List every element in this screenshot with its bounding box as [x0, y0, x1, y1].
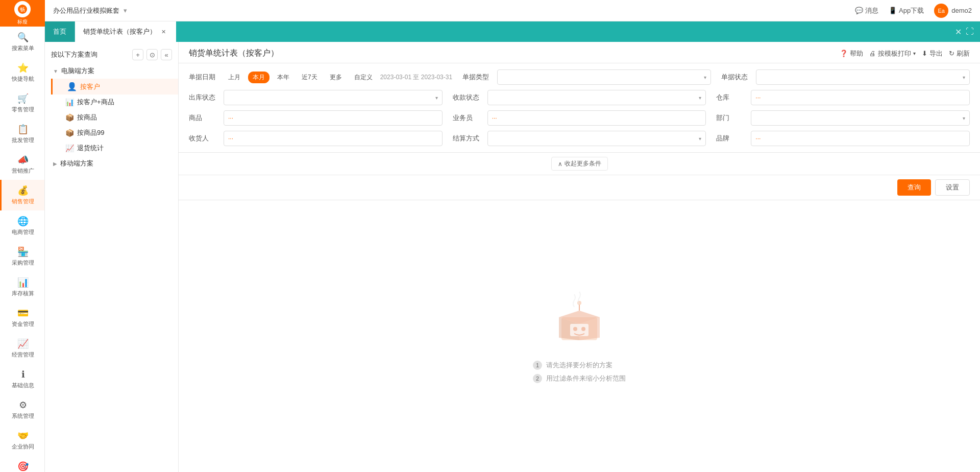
- tab-home[interactable]: 首页: [45, 21, 75, 42]
- app-download-btn[interactable]: 📱 App下载: [889, 6, 924, 15]
- onboarding-icon: 🎯: [17, 461, 29, 472]
- order-status-select[interactable]: ▾: [756, 69, 970, 85]
- ecommerce-label: 电商管理: [12, 228, 34, 236]
- order-status-label: 单据状态: [721, 73, 752, 82]
- date-btn-this-year[interactable]: 本年: [273, 72, 294, 83]
- page-header: 销货单统计表（按客户） ❓ 帮助 🖨 按模板打印 ▾ ⬇ 导出: [179, 42, 980, 63]
- order-type-select[interactable]: ▾: [497, 69, 711, 85]
- brand-select[interactable]: ···: [751, 131, 970, 146]
- sidebar-item-retail[interactable]: 🛒 零售管理: [0, 88, 44, 119]
- date-btn-more[interactable]: 更多: [325, 72, 347, 83]
- sidebar-item-onboarding[interactable]: 🎯 新手引导: [0, 456, 44, 472]
- tab-close-icon[interactable]: ✕: [159, 28, 167, 36]
- sidebar-item-finance[interactable]: 💳 资金管理: [0, 302, 44, 333]
- query-button[interactable]: 查询: [897, 179, 931, 196]
- date-btn-last-month[interactable]: 上月: [224, 72, 245, 83]
- tree-mobile[interactable]: ▶ 移动端方案: [45, 156, 178, 171]
- breadcrumb-dropdown-icon[interactable]: ▾: [124, 7, 127, 14]
- print-label: 按模板打印: [878, 49, 911, 58]
- settings-circle-icon: ⊙: [150, 51, 155, 59]
- inventory-label: 库存核算: [12, 290, 34, 297]
- salesperson-select[interactable]: ···: [487, 110, 706, 126]
- tree-item-product[interactable]: 📦 按商品: [51, 110, 178, 125]
- out-status-label: 出库状态: [189, 93, 219, 102]
- purchase-icon: 🏪: [17, 246, 29, 257]
- add-scheme-btn[interactable]: +: [132, 49, 143, 60]
- print-btn[interactable]: 🖨 按模板打印 ▾: [869, 49, 916, 58]
- sales-icon: 💰: [17, 185, 29, 196]
- app-logo: 畅 标瘦: [0, 0, 45, 27]
- sidebar-item-operations[interactable]: 📈 经营管理: [0, 333, 44, 364]
- sidebar-item-ecommerce[interactable]: 🌐 电商管理: [0, 210, 44, 241]
- brand-label: 品牌: [716, 134, 747, 143]
- collapse-arrows-icon: «: [164, 51, 168, 59]
- collapse-panel-btn[interactable]: «: [161, 49, 172, 60]
- right-main: 销货单统计表（按客户） ❓ 帮助 🖨 按模板打印 ▾ ⬇ 导出: [179, 42, 980, 472]
- filter-area: 单据日期 上月 本月 本年 近7天 更多 自定义 2023-03-01 至 20…: [179, 63, 980, 153]
- tab-home-label: 首页: [53, 27, 66, 36]
- collapse-more-btn[interactable]: ∧ 收起更多条件: [551, 157, 608, 171]
- hint-text-1: 请先选择要分析的方案: [546, 361, 612, 370]
- settings-button[interactable]: 设置: [935, 179, 970, 196]
- receipt-status-select[interactable]: ▾: [487, 90, 706, 105]
- export-btn[interactable]: ⬇ 导出: [922, 49, 943, 58]
- tree-desktop[interactable]: ▼ 电脑端方案: [45, 63, 178, 79]
- empty-illustration: [549, 289, 610, 350]
- help-btn[interactable]: ❓ 帮助: [840, 49, 863, 58]
- department-label: 部门: [716, 113, 747, 123]
- download-icon: 📱: [889, 7, 897, 14]
- user-profile[interactable]: Ea demo2: [934, 4, 972, 18]
- order-type-label: 单据类型: [462, 73, 493, 82]
- window-close-icon[interactable]: ✕: [955, 27, 962, 37]
- username: demo2: [951, 7, 972, 14]
- tree-item-by-customer[interactable]: 👤 按客户: [51, 79, 178, 95]
- filter-date: 单据日期 上月 本月 本年 近7天 更多 自定义 2023-03-01 至 20…: [189, 72, 452, 83]
- sidebar-item-quick-nav[interactable]: ⭐ 快捷导航: [0, 57, 44, 88]
- sidebar-item-search-menu[interactable]: 🔍 搜索菜单: [0, 27, 44, 57]
- tree-item-customer-product[interactable]: 📊 按客户+商品: [51, 95, 178, 110]
- window-maximize-icon[interactable]: ⛶: [966, 27, 974, 36]
- product-select[interactable]: ···: [224, 110, 443, 126]
- marketing-label: 营销推广: [12, 167, 34, 175]
- sidebar-nav: 🔍 搜索菜单 ⭐ 快捷导航 🛒 零售管理 📋 批发管理 📣 营销推广 💰 销售管…: [0, 27, 44, 472]
- page-title: 销货单统计表（按客户）: [189, 48, 279, 59]
- filter-row-4: 收货人 ··· 结算方式 ▾ 品牌: [189, 131, 970, 146]
- sidebar-item-sales[interactable]: 💰 销售管理: [0, 180, 44, 210]
- sidebar-item-inventory[interactable]: 📊 库存核算: [0, 272, 44, 302]
- sidebar-item-purchase[interactable]: 🏪 采购管理: [0, 241, 44, 272]
- collapse-row: ∧ 收起更多条件: [179, 153, 980, 175]
- sidebar-item-wholesale[interactable]: 📋 批发管理: [0, 119, 44, 149]
- out-status-select[interactable]: ▾: [224, 90, 443, 105]
- message-btn[interactable]: 💬 消息: [855, 6, 878, 15]
- help-icon: ❓: [840, 50, 848, 57]
- date-btn-custom[interactable]: 自定义: [350, 72, 377, 83]
- receipt-status-label: 收款状态: [453, 93, 483, 102]
- tab-sales-report[interactable]: 销货单统计表（按客户） ✕: [75, 21, 176, 42]
- sidebar-item-basic[interactable]: ℹ 基础信息: [0, 364, 44, 394]
- sidebar-item-marketing[interactable]: 📣 营销推广: [0, 149, 44, 180]
- receipt-status-arrow-icon: ▾: [699, 95, 701, 101]
- scheme-settings-btn[interactable]: ⊙: [146, 49, 158, 60]
- refresh-btn[interactable]: ↻ 刷新: [949, 49, 970, 58]
- tree-item-product-99[interactable]: 📦 按商品99: [51, 125, 178, 140]
- sidebar-item-enterprise[interactable]: 🤝 企业协同: [0, 425, 44, 456]
- main-area: 办公用品行业模拟账套 ▾ 💬 消息 📱 App下载 Ea demo2 首页: [45, 0, 980, 472]
- tab-bar-actions: ✕ ⛶: [955, 27, 980, 37]
- left-panel: 按以下方案查询 + ⊙ « ▼ 电脑端方案: [45, 42, 179, 472]
- payment-arrow-icon: ▾: [699, 136, 701, 141]
- hint-text-2: 用过滤条件来缩小分析范围: [546, 374, 626, 383]
- payment-select[interactable]: ▾: [487, 131, 706, 146]
- tree-item-return-stats[interactable]: 📈 退货统计: [51, 140, 178, 156]
- date-btn-7days[interactable]: 近7天: [297, 72, 322, 83]
- basic-icon: ℹ: [21, 369, 25, 380]
- left-panel-header: 按以下方案查询 + ⊙ «: [45, 46, 178, 63]
- recipient-select[interactable]: ···: [224, 131, 443, 146]
- export-label: 导出: [929, 49, 943, 58]
- warehouse-select[interactable]: ···: [751, 90, 970, 105]
- date-btn-this-month[interactable]: 本月: [248, 72, 270, 83]
- sidebar-item-system[interactable]: ⚙ 系统管理: [0, 394, 44, 425]
- department-select[interactable]: ▾: [751, 110, 970, 126]
- tab-bar: 首页 销货单统计表（按客户） ✕ ✕ ⛶: [45, 21, 980, 42]
- filter-row-2: 出库状态 ▾ 收款状态 ▾: [189, 90, 970, 105]
- refresh-label: 刷新: [957, 49, 970, 58]
